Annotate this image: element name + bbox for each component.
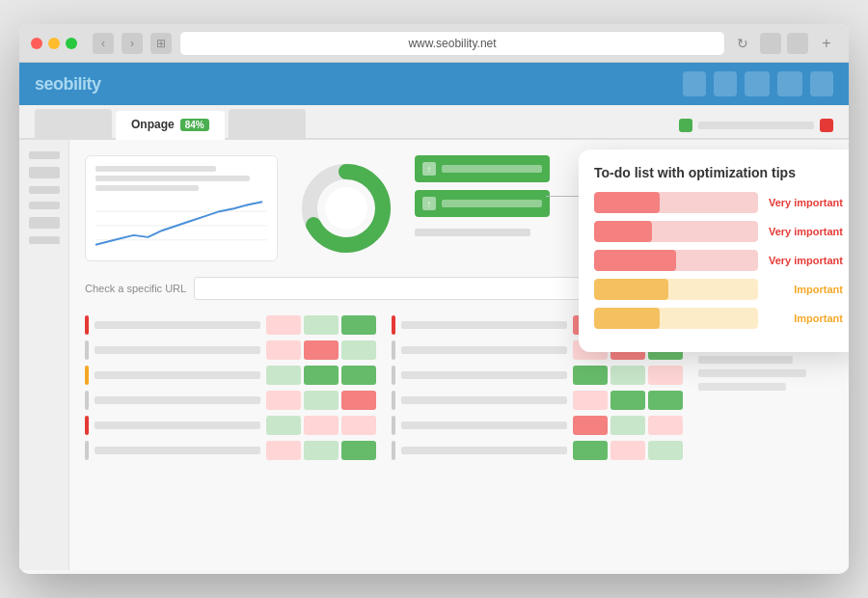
dashboard-row-1: ↑ ↑ To-do list with: [85, 155, 833, 261]
todo-bar-fill-5: [594, 308, 660, 329]
sidebar-item-4: [29, 202, 60, 209]
green-indicator: [679, 119, 692, 132]
tab-inactive-1[interactable]: [35, 109, 112, 138]
label-block-2-3: [401, 371, 567, 379]
legend-bar-2: [95, 176, 250, 181]
nav-icon-1[interactable]: [745, 71, 770, 96]
sidebar-item-1: [29, 151, 60, 159]
indicator-gray-1: [85, 340, 89, 360]
sidebar-item-5: [29, 217, 60, 229]
todo-bar-5: [594, 308, 758, 329]
todo-card-title: To-do list with optimization tips: [594, 165, 843, 180]
todo-bar-3: [594, 250, 758, 271]
reload-button[interactable]: ↻: [733, 34, 752, 53]
cell-13: [266, 416, 301, 435]
label-block-1-2: [95, 346, 260, 354]
logo: seobility: [35, 74, 101, 95]
nav-btn-1[interactable]: [683, 71, 706, 96]
label-block-1-6: [95, 447, 260, 454]
action-btn-2[interactable]: ↑: [415, 190, 550, 217]
window-button[interactable]: [787, 33, 808, 54]
cells-2-5: [573, 416, 683, 435]
minimize-button[interactable]: [48, 38, 60, 49]
cell-35: [610, 441, 645, 460]
action-sub-text: [415, 229, 530, 236]
tab-bar: Onpage 84%: [19, 105, 849, 140]
cells-1-4: [266, 391, 376, 410]
todo-item-5[interactable]: Important: [594, 308, 843, 329]
new-tab-button[interactable]: +: [816, 33, 837, 54]
cell-4: [266, 340, 301, 360]
back-button[interactable]: ‹: [93, 33, 114, 54]
close-button[interactable]: [31, 38, 42, 49]
indicator-gray-5: [392, 366, 395, 385]
cell-9: [341, 366, 376, 385]
indicator-gray-3: [85, 441, 89, 460]
label-block-1-4: [95, 396, 260, 404]
cell-28: [573, 391, 608, 410]
cell-26: [610, 366, 645, 385]
label-block-2-2: [401, 346, 567, 354]
todo-item-4[interactable]: Important: [594, 279, 843, 300]
cell-16: [266, 441, 301, 460]
up-arrow-icon-2: ↑: [422, 197, 436, 210]
content-area: ↑ ↑ To-do list with: [69, 140, 849, 570]
cell-3: [341, 315, 376, 335]
sidebar-item-3: [29, 186, 60, 194]
indicator-gray-6: [392, 391, 395, 410]
data-row-2-3: [392, 366, 683, 385]
cells-1-6: [266, 441, 376, 460]
traffic-lights: [31, 38, 77, 49]
tab-inactive-2[interactable]: [229, 109, 306, 138]
todo-card: To-do list with optimization tips Very i…: [579, 150, 849, 352]
label-block-1-5: [95, 421, 260, 429]
cell-17: [304, 441, 339, 460]
share-button[interactable]: [760, 33, 781, 54]
url-text: www.seobility.net: [408, 37, 496, 50]
todo-bar-fill-1: [594, 192, 660, 213]
label-block-1-3: [95, 371, 260, 379]
forward-button[interactable]: ›: [122, 33, 143, 54]
chart-legend-bars: [95, 166, 267, 191]
data-row-1-2: [85, 340, 376, 360]
browser-window: ‹ › ⊞ www.seobility.net ↻ + seobility On…: [19, 24, 849, 574]
nav-btn-3[interactable]: [810, 71, 833, 96]
tab-onpage[interactable]: Onpage 84%: [116, 111, 225, 140]
todo-label-1: Very important: [766, 197, 843, 208]
nav-btn-2[interactable]: [714, 71, 737, 96]
legend-bar-1: [95, 166, 216, 172]
cell-6: [341, 340, 376, 360]
todo-bar-fill-3: [594, 250, 676, 271]
data-row-2-5: [392, 416, 683, 435]
todo-bar-2: [594, 221, 758, 242]
todo-bar-1: [594, 192, 758, 213]
cells-2-3: [573, 366, 683, 385]
cell-5: [304, 340, 339, 360]
cell-31: [573, 416, 608, 435]
svg-point-5: [325, 187, 367, 230]
maximize-button[interactable]: [66, 38, 77, 49]
address-bar[interactable]: www.seobility.net: [179, 31, 725, 56]
action-btn-1[interactable]: ↑: [415, 155, 550, 182]
todo-bar-fill-2: [594, 221, 652, 242]
grid-icon[interactable]: ⊞: [150, 33, 172, 54]
app-header: seobility: [19, 63, 849, 105]
indicator-gray-8: [392, 441, 395, 460]
todo-item-3[interactable]: Very important: [594, 250, 843, 271]
logo-text: seobility: [35, 74, 101, 94]
todo-bar-fill-4: [594, 279, 668, 300]
cell-34: [573, 441, 608, 460]
todo-item-2[interactable]: Very important: [594, 221, 843, 242]
cell-12: [341, 391, 376, 410]
cell-14: [304, 416, 339, 435]
onpage-score-badge: 84%: [180, 119, 209, 131]
legend-bar-3: [95, 185, 199, 191]
grey-row-4: [698, 356, 793, 364]
line-chart-svg: [95, 197, 267, 255]
data-column-1: [85, 315, 376, 460]
cells-1-2: [266, 340, 376, 360]
data-row-2-6: [392, 441, 683, 460]
todo-item-1[interactable]: Very important: [594, 192, 843, 213]
indicator-gray-7: [392, 416, 395, 435]
nav-icon-2[interactable]: [777, 71, 802, 96]
